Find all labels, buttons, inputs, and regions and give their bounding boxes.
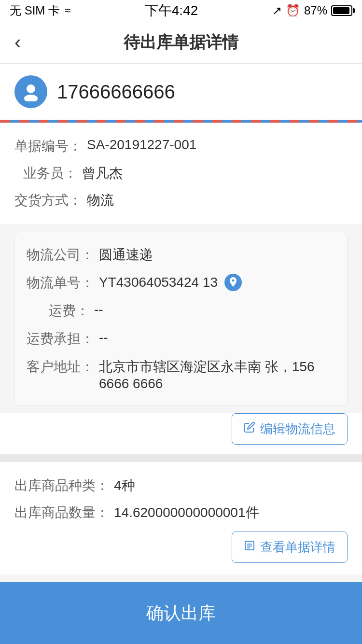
battery-text: 87% [304, 4, 327, 17]
user-header: 17666666666 [0, 64, 362, 120]
battery-icon [331, 5, 352, 16]
logistics-card: 物流公司： 圆通速递 物流单号： YT43064053424 13 运费： --… [14, 232, 348, 406]
wifi-icon: ≈ [65, 4, 70, 17]
list-icon [244, 540, 255, 555]
logistics-company-row: 物流公司： 圆通速递 [27, 246, 335, 264]
document-number-value: SA-20191227-001 [87, 137, 348, 153]
delivery-value: 物流 [87, 191, 348, 210]
product-section: 出库商品种类： 4种 出库商品数量： 14.620000000000001件 [0, 462, 362, 532]
view-detail-button[interactable]: 查看单据详情 [232, 532, 348, 563]
avatar [14, 75, 47, 108]
document-info-section: 单据编号： SA-20191227-001 业务员： 曾凡杰 交货方式： 物流 [0, 123, 362, 224]
freight-bear-value: -- [99, 330, 335, 345]
logistics-company-value: 圆通速递 [99, 246, 335, 264]
logistics-tracking-label: 物流单号： [27, 274, 94, 292]
confirm-button[interactable]: 确认出库 [14, 592, 348, 634]
alarm-icon: ⏰ [286, 4, 300, 17]
view-detail-row: 查看单据详情 [0, 532, 362, 574]
status-left: 无 SIM 卡 ≈ [10, 3, 70, 18]
document-number-label: 单据编号： [14, 137, 82, 155]
view-detail-label: 查看单据详情 [260, 539, 335, 556]
svg-point-0 [27, 84, 35, 93]
status-time: 下午4:42 [145, 1, 198, 20]
document-icon [244, 540, 255, 551]
document-number-row: 单据编号： SA-20191227-001 [14, 137, 348, 155]
staff-value: 曾凡杰 [82, 164, 348, 182]
edit-btn-label: 编辑物流信息 [260, 420, 335, 437]
address-label: 客户地址： [27, 358, 94, 376]
map-pin-icon [228, 277, 238, 288]
address-value: 北京市市辖区海淀区永丰南 张，156 6666 6666 [99, 358, 335, 392]
edit-logistics-button[interactable]: 编辑物流信息 [232, 413, 348, 445]
location-icon[interactable] [224, 274, 242, 291]
svg-point-1 [24, 95, 38, 101]
freight-bear-label: 运费承担： [27, 330, 94, 348]
edit-icon [244, 421, 255, 436]
status-bar: 无 SIM 卡 ≈ 下午4:42 ↗ ⏰ 87% [0, 0, 362, 21]
staff-row: 业务员： 曾凡杰 [14, 164, 348, 182]
pencil-icon [244, 421, 255, 433]
location-icon: ↗ [272, 4, 282, 17]
page-title: 待出库单据详情 [124, 31, 238, 54]
staff-label: 业务员： [14, 164, 77, 182]
back-button[interactable]: ‹ [14, 31, 21, 53]
logistics-tracking-value: YT43064053424 13 [99, 274, 335, 291]
address-row: 客户地址： 北京市市辖区海淀区永丰南 张，156 6666 6666 [27, 358, 335, 392]
delivery-row: 交货方式： 物流 [14, 191, 348, 210]
section-divider [0, 454, 362, 462]
logistics-tracking-row: 物流单号： YT43064053424 13 [27, 274, 335, 292]
carrier-text: 无 SIM 卡 [10, 3, 60, 18]
confirm-btn-area: 确认出库 [0, 582, 362, 644]
nav-bar: ‹ 待出库单据详情 [0, 21, 362, 64]
logistics-company-label: 物流公司： [27, 246, 94, 264]
status-right: ↗ ⏰ 87% [272, 4, 352, 17]
freight-value: -- [94, 302, 335, 317]
delivery-label: 交货方式： [14, 191, 82, 210]
freight-label: 运费： [27, 302, 89, 320]
product-quantity-value: 14.620000000000001件 [114, 504, 348, 522]
edit-btn-row: 编辑物流信息 [0, 413, 362, 454]
freight-row: 运费： -- [27, 302, 335, 320]
product-type-value: 4种 [114, 476, 348, 495]
tracking-number-text: YT43064053424 13 [99, 275, 218, 290]
freight-bear-row: 运费承担： -- [27, 330, 335, 348]
person-icon [21, 82, 41, 101]
product-type-row: 出库商品种类： 4种 [14, 476, 348, 495]
product-quantity-label: 出库商品数量： [14, 504, 109, 522]
user-phone: 17666666666 [57, 81, 175, 103]
product-type-label: 出库商品种类： [14, 476, 109, 495]
product-quantity-row: 出库商品数量： 14.620000000000001件 [14, 504, 348, 522]
